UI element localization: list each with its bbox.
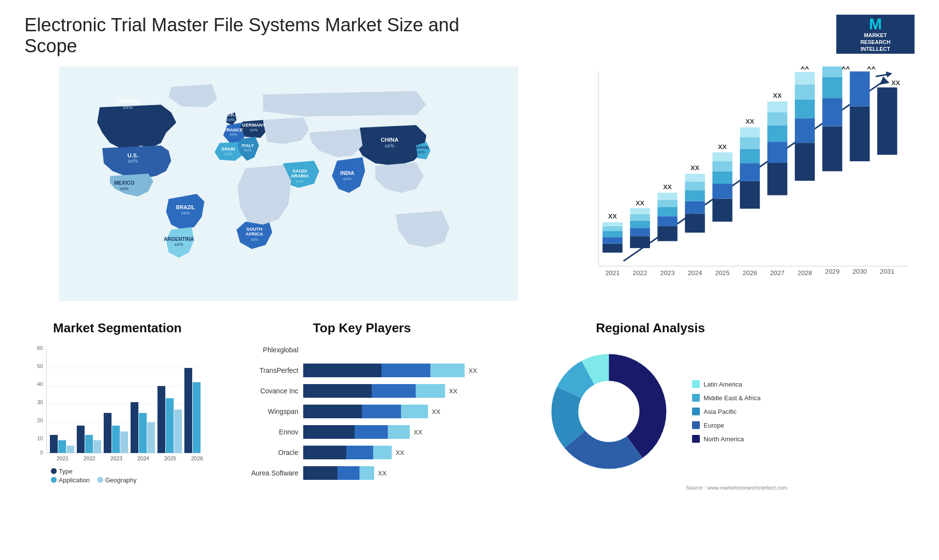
bar-chart-svg: XX 2021 XX 2022 XX 2023 — [572, 66, 915, 301]
bar-seg — [359, 466, 374, 480]
bar-seg — [303, 405, 362, 418]
legend-item-latin-america: Latin America — [692, 380, 760, 388]
svg-point-148 — [51, 477, 57, 483]
legend-label: Europe — [704, 422, 724, 429]
svg-rect-76 — [740, 149, 760, 164]
svg-rect-92 — [795, 72, 815, 85]
svg-text:xx%: xx% — [227, 117, 235, 122]
svg-rect-46 — [630, 236, 650, 248]
svg-text:XX: XX — [691, 164, 699, 172]
world-map-svg: CANADA xx% U.S. xx% MEXICO xx% BRAZIL xx… — [24, 66, 553, 301]
svg-rect-41 — [603, 231, 623, 237]
legend-color — [692, 408, 700, 415]
bar-seg — [303, 446, 346, 459]
legend-color — [692, 435, 700, 443]
player-row: TransPerfect XX — [225, 364, 499, 377]
svg-text:Application: Application — [59, 476, 90, 484]
svg-text:xx%: xx% — [224, 151, 232, 156]
donut-container: Latin America Middle East & Africa Asia … — [514, 343, 787, 480]
svg-rect-96 — [822, 98, 842, 126]
source-text: Source : www.marketresearchintellect.com — [514, 485, 787, 491]
legend-label: Asia Pacific — [704, 408, 737, 415]
svg-text:2026: 2026 — [191, 455, 203, 461]
svg-rect-49 — [630, 214, 650, 220]
legend-color — [692, 421, 700, 429]
svg-text:ITALY: ITALY — [242, 143, 254, 148]
svg-text:2030: 2030 — [852, 268, 867, 275]
player-name: Aurea Software — [225, 469, 298, 477]
svg-text:2024: 2024 — [137, 455, 149, 461]
player-name: Oracle — [225, 449, 298, 456]
svg-rect-78 — [740, 128, 760, 137]
legend-color — [692, 394, 700, 402]
svg-rect-61 — [685, 201, 705, 214]
svg-text:xx%: xx% — [250, 237, 258, 242]
svg-text:ARGENTINA: ARGENTINA — [164, 237, 194, 242]
svg-rect-85 — [767, 101, 787, 112]
svg-rect-60 — [685, 214, 705, 233]
player-row: Ennov XX — [225, 425, 499, 439]
svg-rect-63 — [685, 182, 705, 190]
svg-text:INDIA: INDIA — [340, 171, 355, 176]
svg-rect-103 — [850, 71, 870, 106]
svg-text:2023: 2023 — [111, 455, 122, 461]
svg-text:XX: XX — [745, 118, 754, 125]
svg-rect-82 — [767, 142, 787, 163]
player-bar-container — [303, 343, 499, 357]
svg-text:xx%: xx% — [128, 158, 138, 164]
segmentation-section: Market Segmentation 60 50 40 30 20 10 0 — [24, 321, 210, 531]
map-section: CANADA xx% U.S. xx% MEXICO xx% BRAZIL xx… — [24, 66, 553, 301]
svg-rect-48 — [630, 221, 650, 228]
svg-text:2029: 2029 — [825, 268, 840, 275]
svg-text:SPAIN: SPAIN — [222, 146, 235, 151]
player-bar-container: XX — [303, 466, 499, 480]
svg-rect-70 — [713, 161, 733, 171]
player-bar-stack — [303, 425, 410, 439]
svg-rect-124 — [58, 440, 66, 453]
bar-seg — [337, 466, 359, 480]
player-bar-stack — [303, 405, 428, 418]
map-container: CANADA xx% U.S. xx% MEXICO xx% BRAZIL xx… — [24, 66, 553, 301]
svg-text:2024: 2024 — [688, 269, 702, 277]
legend-label: Middle East & Africa — [704, 394, 760, 402]
svg-rect-123 — [50, 435, 58, 453]
svg-rect-67 — [713, 199, 733, 222]
svg-rect-137 — [147, 422, 155, 453]
svg-text:xx%: xx% — [123, 105, 133, 110]
svg-text:FRANCE: FRANCE — [224, 127, 243, 132]
svg-text:XX: XX — [773, 92, 782, 99]
bar-seg — [362, 405, 401, 418]
player-bar-stack — [303, 384, 445, 398]
header: Electronic Trial Master File Systems Mar… — [24, 15, 915, 57]
svg-text:Geography: Geography — [105, 476, 137, 484]
svg-text:xx%: xx% — [244, 148, 252, 152]
bar-seg — [373, 446, 392, 459]
regional-section: Regional Analysis — [514, 321, 787, 531]
svg-rect-47 — [630, 228, 650, 236]
svg-text:xx%: xx% — [296, 179, 304, 184]
donut-chart-svg — [540, 343, 677, 480]
svg-rect-133 — [120, 431, 128, 453]
top-section: CANADA xx% U.S. xx% MEXICO xx% BRAZIL xx… — [24, 66, 915, 301]
svg-text:2031: 2031 — [880, 268, 894, 275]
bar-seg — [388, 425, 410, 439]
svg-text:XX: XX — [892, 79, 900, 86]
player-bar-container: XX — [303, 425, 499, 439]
svg-text:50: 50 — [37, 363, 43, 369]
svg-rect-91 — [795, 85, 815, 100]
player-row: Aurea Software XX — [225, 466, 499, 480]
svg-text:2022: 2022 — [84, 455, 95, 461]
svg-rect-53 — [657, 226, 677, 241]
chart-section: XX 2021 XX 2022 XX 2023 — [572, 66, 915, 301]
svg-text:XX: XX — [663, 183, 672, 191]
svg-rect-74 — [740, 181, 760, 209]
svg-rect-89 — [795, 118, 815, 143]
svg-text:MEXICO: MEXICO — [114, 180, 134, 186]
svg-rect-69 — [713, 171, 733, 184]
svg-text:SOUTH: SOUTH — [246, 226, 263, 232]
segmentation-chart-svg: 60 50 40 30 20 10 0 2021 — [24, 343, 210, 485]
logo-text: MARKET RESEARCH INTELLECT — [860, 32, 891, 53]
bar-seg — [303, 466, 337, 480]
player-bar-container: XX — [303, 364, 499, 377]
player-bar-stack — [303, 466, 374, 480]
